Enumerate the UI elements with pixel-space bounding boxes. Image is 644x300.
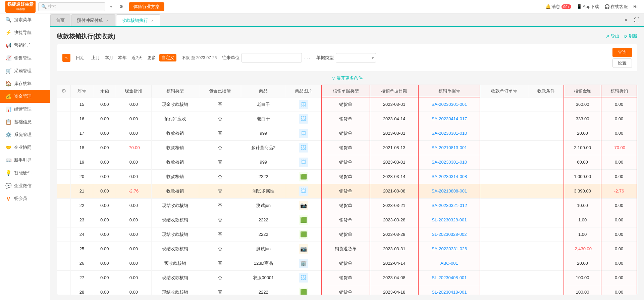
voucher-type-field: 单据类型 销货单 销货退货单 ▾ bbox=[316, 53, 376, 62]
tab-prepay-close[interactable]: × bbox=[105, 18, 110, 23]
td-voucher-no[interactable]: SL-20230408-001 bbox=[418, 270, 480, 285]
inventory-icon: 🏠 bbox=[5, 81, 11, 87]
td-voucher-no[interactable]: SA-20230321-012 bbox=[418, 198, 480, 213]
top-bar: 畅捷通好生意 标准版 🔍 搜索 ▾ ⚙ 体验行业方案 🔔 消息 99+ 📱 Ap… bbox=[0, 0, 644, 13]
td-voucher-type: 销货单 bbox=[322, 227, 370, 242]
td-voucher-date: 2023-03-28 bbox=[370, 227, 418, 242]
sidebar-item-collab[interactable]: 🤝 企业协同 bbox=[0, 141, 50, 154]
td-seq: 25 bbox=[70, 242, 93, 256]
td-voucher-no[interactable]: SL-20230328-002 bbox=[418, 227, 480, 242]
date-option-7days[interactable]: 近7天 bbox=[130, 54, 144, 61]
notifications[interactable]: 🔔 消息 99+ bbox=[545, 4, 571, 10]
data-table-container: ⚙ 序号 余额 现金折扣 核销类型 包含已结清 商品 商品图片 核销单据类型 核… bbox=[57, 85, 637, 295]
td-goods: 2222 bbox=[241, 213, 286, 227]
td-writeoff-type: 现结收款核销 bbox=[151, 242, 199, 256]
online-service-label: 在线客服 bbox=[610, 4, 628, 10]
td-receipt-condition bbox=[528, 112, 564, 126]
solution-btn[interactable]: 体验行业方案 bbox=[129, 2, 164, 11]
sidebar-item-base[interactable]: 📋 基础信息 bbox=[0, 116, 50, 128]
sidebar-item-nav[interactable]: ⚡ 快捷导航 bbox=[0, 26, 50, 39]
td-receipt-order-no bbox=[480, 140, 528, 155]
td-gear bbox=[57, 285, 70, 295]
td-voucher-no[interactable]: SL-20230418-001 bbox=[418, 285, 480, 295]
table-gear-icon[interactable]: ⚙ bbox=[61, 88, 66, 94]
close-tab-action[interactable]: × bbox=[622, 16, 630, 24]
sidebar-item-system[interactable]: ⚙️ 系统管理 bbox=[0, 128, 50, 141]
td-cash-discount: 0.00 bbox=[116, 126, 151, 140]
tab-writeoff[interactable]: 收款核销执行 × bbox=[116, 14, 160, 26]
td-voucher-date: 2023-04-14 bbox=[370, 112, 418, 126]
td-receipt-condition bbox=[528, 242, 564, 256]
tab-home[interactable]: 首页 bbox=[50, 14, 70, 26]
voucher-type-select[interactable]: 销货单 销货退货单 bbox=[336, 53, 376, 62]
gear-icon[interactable]: ⚙ bbox=[117, 2, 126, 11]
sidebar-item-search[interactable]: 🔍 搜索菜单 bbox=[0, 13, 50, 26]
date-option-more[interactable]: 更多 bbox=[146, 54, 157, 61]
td-voucher-no[interactable]: SA-20230331-026 bbox=[418, 242, 480, 256]
td-voucher-no[interactable]: SA-20230314-008 bbox=[418, 169, 480, 184]
counterpart-input[interactable] bbox=[241, 53, 302, 62]
settings-btn[interactable]: 设置 bbox=[612, 58, 632, 68]
td-voucher-no[interactable]: SA-20210808-001 bbox=[418, 184, 480, 198]
td-receipt-condition bbox=[528, 97, 564, 112]
app-download[interactable]: 📱 App下载 bbox=[577, 4, 599, 10]
sidebar-item-purchase[interactable]: 🛒 采购管理 bbox=[0, 65, 50, 77]
td-voucher-no[interactable]: ABC-001 bbox=[418, 256, 480, 270]
td-cash-discount: 0.00 bbox=[116, 227, 151, 242]
td-voucher-no[interactable]: SA-20210813-001 bbox=[418, 140, 480, 155]
th-voucher-date: 核销单据日期 bbox=[370, 85, 418, 97]
user-label[interactable]: Rit bbox=[633, 4, 639, 9]
td-writeoff-amount: 1.00 bbox=[564, 227, 601, 242]
maximize-action[interactable]: ⛶ bbox=[633, 16, 641, 24]
td-cash-discount: -2.76 bbox=[116, 184, 151, 198]
td-voucher-no[interactable]: SA-20230301-010 bbox=[418, 126, 480, 140]
sidebar-item-operations[interactable]: 📊 经营管理 bbox=[0, 103, 50, 116]
sidebar-item-member[interactable]: V 畅会员 bbox=[0, 192, 50, 205]
td-goods: 测试多属性 bbox=[241, 184, 286, 198]
sidebar-label-collab: 企业协同 bbox=[14, 144, 32, 151]
export-btn[interactable]: ↗ 导出 bbox=[606, 33, 620, 39]
td-writeoff-discount: 0.00 bbox=[601, 169, 637, 184]
dropdown-icon[interactable]: ▾ bbox=[108, 4, 114, 10]
td-voucher-no[interactable]: SA-20230301-001 bbox=[418, 97, 480, 112]
sidebar-item-wechat[interactable]: 💬 企业微信 bbox=[0, 179, 50, 192]
date-option-this-month[interactable]: 本月 bbox=[103, 54, 115, 61]
filter-expand-btn[interactable]: » bbox=[62, 54, 70, 62]
td-goods-image: 🖼 bbox=[286, 155, 322, 169]
th-gear[interactable]: ⚙ bbox=[57, 85, 70, 97]
top-bar-right: 🔔 消息 99+ 📱 App下载 🎧 在线客服 Rit bbox=[545, 4, 639, 10]
search-icon: 🔍 bbox=[41, 4, 47, 9]
date-option-custom[interactable]: 自定义 bbox=[159, 54, 176, 61]
date-label: 日期 bbox=[76, 55, 85, 61]
refresh-btn[interactable]: ↺ 刷新 bbox=[624, 33, 637, 39]
sidebar-item-hardware[interactable]: 💡 智能硬件 bbox=[0, 167, 50, 179]
td-settled: 否 bbox=[199, 227, 241, 242]
td-writeoff-discount: 0.00 bbox=[601, 126, 637, 140]
td-goods-image: 📷 bbox=[286, 242, 322, 256]
td-voucher-no[interactable]: SA-20230301-010 bbox=[418, 155, 480, 169]
td-voucher-no[interactable]: SL-20230328-001 bbox=[418, 213, 480, 227]
online-service[interactable]: 🎧 在线客服 bbox=[604, 4, 628, 10]
date-option-this-year[interactable]: 本年 bbox=[117, 54, 128, 61]
td-cash-discount: 0.00 bbox=[116, 155, 151, 169]
sidebar-item-guide[interactable]: 📖 新手引导 bbox=[0, 154, 50, 167]
sidebar-item-finance[interactable]: 💰 资金管理 bbox=[0, 90, 50, 103]
date-range: 不限 至 2023-07-26 bbox=[182, 55, 217, 61]
sidebar-item-marketing[interactable]: 📢 营销推广 bbox=[0, 39, 50, 52]
query-btn[interactable]: 查询 bbox=[612, 48, 632, 57]
td-receipt-order-no bbox=[480, 227, 528, 242]
sidebar-item-inventory[interactable]: 🏠 库存核算 bbox=[0, 77, 50, 90]
expand-conditions-btn[interactable]: ∨ 展开更多条件 bbox=[332, 75, 363, 81]
td-voucher-type: 销货单 bbox=[322, 256, 370, 270]
data-table: ⚙ 序号 余额 现金折扣 核销类型 包含已结清 商品 商品图片 核销单据类型 核… bbox=[57, 85, 637, 295]
td-voucher-no[interactable]: SA-20230414-017 bbox=[418, 112, 480, 126]
tab-writeoff-close[interactable]: × bbox=[150, 18, 155, 23]
tab-prepay[interactable]: 预付冲应付单 × bbox=[71, 14, 115, 26]
date-option-last-month[interactable]: 上月 bbox=[90, 54, 101, 61]
td-seq: 28 bbox=[70, 285, 93, 295]
sidebar-item-sales[interactable]: 📈 销售管理 bbox=[0, 52, 50, 65]
td-settled: 否 bbox=[199, 285, 241, 295]
system-icon: ⚙️ bbox=[5, 132, 11, 138]
td-receipt-condition bbox=[528, 198, 564, 213]
top-search-box[interactable]: 🔍 搜索 bbox=[38, 2, 105, 11]
